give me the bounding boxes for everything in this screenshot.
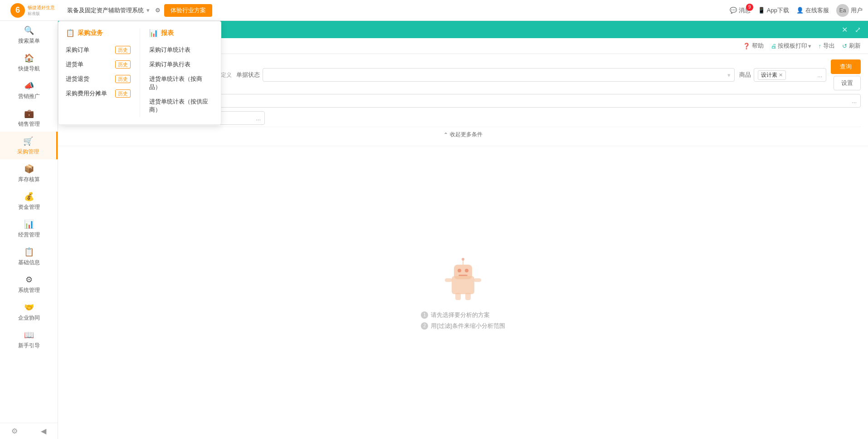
logo-icon: 6 [10,3,25,18]
dropdown-item-po-exec[interactable]: 采购订单执行表 [149,57,214,72]
export-icon: ↑ [819,43,822,49]
app-icon: 📱 [758,7,765,14]
dropdown-item-goods-return[interactable]: 进货退货 历史 [66,72,131,86]
sidebar-item-search[interactable]: 🔍 搜索菜单 [0,21,58,49]
message-button[interactable]: 💬 消息 9 [730,6,751,15]
print-label: 按模板打印 [778,42,807,50]
help-icon: ❓ [743,43,750,49]
status-dropdown-icon: ▾ [727,72,731,79]
purchase-order-history[interactable]: 历史 [115,46,131,54]
sidebar-item-basic[interactable]: 📋 基础信息 [0,242,58,270]
operations-icon: 📊 [24,219,34,229]
user-avatar: Ea [836,4,849,17]
sidebar-bottom: ⚙ ◀ [0,423,58,439]
sidebar-item-operations[interactable]: 📊 经营管理 [0,215,58,242]
dropdown-item-receipt-stats-product[interactable]: 进货单统计表（按商品） [149,72,214,94]
goods-tag: 设计素 ✕ [758,70,786,80]
top-bar: 6 畅捷通好生意 标准版 装备及固定资产辅助管理系统 ▾ ⚙ 体验行业方案 💬 … [0,0,868,21]
svg-point-2 [458,269,461,272]
print-icon: 🖨 [771,43,777,49]
sidebar-item-guide-label: 新手引导 [18,342,40,350]
refresh-button[interactable]: ↺ 刷新 [842,42,861,50]
finance-icon: 💰 [24,192,34,202]
query-button[interactable]: 查询 [831,59,861,74]
gear-button[interactable]: ⚙ [151,4,164,17]
sidebar-item-finance-label: 资金管理 [18,203,40,211]
set-button[interactable]: 设置 [834,76,861,90]
goods-select[interactable]: 设计素 ✕ ... [754,68,826,82]
sidebar-item-system[interactable]: ⚙ 系统管理 [0,270,58,298]
customer-dots[interactable]: ... [256,115,261,122]
guide-icon: 📖 [24,330,34,340]
online-service-button[interactable]: 👤 在线客服 [796,6,829,15]
tab-bar-close-icon[interactable]: ✕ [842,25,848,34]
goods-return-label: 进货退货 [66,75,89,83]
sidebar-item-inventory[interactable]: 📦 库存核算 [0,159,58,187]
dropdown-item-po-stats[interactable]: 采购订单统计表 [149,43,214,57]
goods-dots[interactable]: ... [817,72,822,79]
settings-bottom-icon[interactable]: ⚙ [11,427,18,435]
step1-num: 1 [421,311,428,319]
svg-rect-1 [454,265,472,279]
logo-text: 畅捷通好生意 [28,5,55,11]
dropdown-col-business: 📋 采购业务 采购订单 历史 进货单 历史 进货退货 历史 采购费用分摊单 历史 [66,29,131,117]
empty-illustration [438,256,488,306]
sidebar-item-enterprise[interactable]: 🤝 企业协同 [0,298,58,326]
industry-button[interactable]: 体验行业方案 [164,4,212,17]
dropdown-item-expense[interactable]: 采购费用分摊单 历史 [66,86,131,101]
tab-bar-expand-icon[interactable]: ⤢ [855,25,861,34]
collapse-label: 收起更多条件 [450,131,483,138]
sidebar-item-inventory-label: 库存核算 [18,176,40,183]
empty-state: 1 请先选择要分析的方案 2 用[过滤]条件来缩小分析范围 [421,256,505,330]
sidebar-item-quicknav[interactable]: 🏠 快捷导航 [0,49,58,76]
help-label: 帮助 [752,42,764,50]
expense-history[interactable]: 历史 [115,89,131,98]
sidebar-item-search-label: 搜索菜单 [18,37,40,45]
goods-tag-remove[interactable]: ✕ [779,72,783,78]
svg-rect-7 [455,293,461,300]
sidebar-item-marketing[interactable]: 📣 营销推广 [0,76,58,104]
sidebar-item-guide[interactable]: 📖 新手引导 [0,326,58,353]
salesman-select[interactable]: ... [198,94,861,108]
dropdown-divider [140,29,140,117]
sidebar-item-enterprise-label: 企业协同 [18,314,40,322]
goods-receipt-history[interactable]: 历史 [115,60,131,69]
help-button[interactable]: ❓ 帮助 [743,42,764,50]
sidebar-item-sales[interactable]: 💼 销售管理 [0,104,58,132]
print-dropdown-icon: ▾ [808,43,811,49]
logo-area: 6 畅捷通好生意 标准版 [5,3,60,18]
receipt-stats-supplier-label: 进货单统计表（按供应商） [149,98,214,114]
collapse-sidebar-icon[interactable]: ◀ [41,427,46,435]
dropdown-item-receipt-stats-supplier[interactable]: 进货单统计表（按供应商） [149,94,214,117]
svg-rect-8 [465,293,471,300]
collapse-button[interactable]: ⌃ 收起更多条件 [444,129,483,140]
goods-return-history[interactable]: 历史 [115,75,131,83]
sidebar-item-operations-label: 经营管理 [18,231,40,239]
report-col-icon: 📊 [149,29,158,37]
system-dropdown-icon[interactable]: ▾ [146,7,150,14]
sidebar-item-purchase[interactable]: 🛒 采购管理 [0,132,58,159]
sidebar-item-sales-label: 销售管理 [18,120,40,128]
message-badge: 9 [746,4,753,11]
message-icon: 💬 [730,7,737,14]
step2-num: 2 [421,322,428,330]
export-button[interactable]: ↑ 导出 [819,42,835,50]
app-download-button[interactable]: 📱 App下载 [758,6,789,15]
goods-label: 商品 [739,71,751,79]
refresh-label: 刷新 [849,42,861,50]
main-content: 1 请先选择要分析的方案 2 用[过滤]条件来缩小分析范围 [58,146,868,439]
sales-icon: 💼 [24,109,34,118]
refresh-icon: ↺ [842,43,847,49]
service-icon: 👤 [796,7,804,14]
dropdown-col-report: 📊 报表 采购订单统计表 采购订单执行表 进货单统计表（按商品） 进货单统计表（… [149,29,214,117]
dropdown-item-goods-receipt[interactable]: 进货单 历史 [66,57,131,72]
status-select[interactable]: ▾ [263,68,735,82]
print-button[interactable]: 🖨 按模板打印 ▾ [771,42,811,50]
basic-icon: 📋 [24,247,34,257]
dropdown-business-title: 📋 采购业务 [66,29,131,37]
sidebar-item-finance[interactable]: 💰 资金管理 [0,187,58,215]
expense-label: 采购费用分摊单 [66,89,107,98]
user-menu-button[interactable]: Ea 用户 [836,4,863,17]
dropdown-item-purchase-order[interactable]: 采购订单 历史 [66,43,131,57]
salesman-dots[interactable]: ... [852,98,857,104]
